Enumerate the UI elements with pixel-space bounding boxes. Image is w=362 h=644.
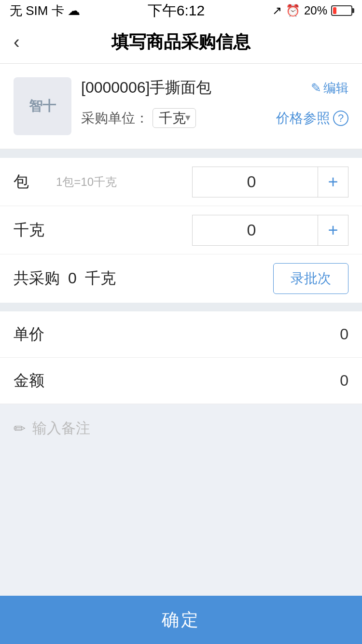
unit-select[interactable]: 千克 bbox=[153, 108, 196, 128]
status-time: 下午6:12 bbox=[148, 1, 205, 21]
confirm-label: 确定 bbox=[162, 608, 200, 632]
section-divider-2 bbox=[0, 303, 362, 311]
bao-label: 包 bbox=[14, 171, 52, 193]
bao-sublabel: 1包=10千克 bbox=[56, 174, 192, 190]
status-left: 无 SIM 卡 ☁ bbox=[10, 2, 80, 19]
sim-status: 无 SIM 卡 ☁ bbox=[10, 2, 80, 19]
status-bar: 无 SIM 卡 ☁ 下午6:12 ↗ ⏰ 20% bbox=[0, 0, 362, 21]
edit-button[interactable]: ✎ 编辑 bbox=[311, 80, 348, 97]
status-right: ↗ ⏰ 20% bbox=[272, 4, 352, 17]
kg-quantity-input[interactable] bbox=[192, 215, 318, 246]
summary-text: 共采购 0 千克 bbox=[14, 268, 116, 289]
product-image: 智十 bbox=[14, 77, 71, 135]
product-info: [0000006]手撕面包 ✎ 编辑 采购单位： 千克 价格参照 bbox=[81, 77, 348, 128]
amount-label: 金额 bbox=[14, 370, 44, 392]
kg-input-right: + bbox=[192, 215, 348, 246]
unit-row: 采购单位： 千克 价格参照 ? bbox=[81, 108, 348, 128]
edit-icon: ✎ bbox=[311, 81, 321, 96]
price-ref-label: 价格参照 bbox=[276, 109, 330, 127]
bao-input-row: 包 1包=10千克 + bbox=[0, 158, 362, 206]
back-button[interactable]: ‹ bbox=[14, 32, 20, 53]
bao-quantity-input[interactable] bbox=[192, 167, 318, 197]
amount-value: 0 bbox=[340, 372, 348, 390]
remark-row: ✏ 输入备注 bbox=[14, 419, 348, 438]
bao-input-right: + bbox=[192, 167, 348, 197]
unit-price-value: 0 bbox=[340, 325, 348, 343]
kg-label: 千克 bbox=[14, 220, 52, 241]
unit-price-row: 单价 0 bbox=[0, 311, 362, 358]
battery-percent: 20% bbox=[304, 4, 327, 17]
nav-bar: ‹ 填写商品采购信息 bbox=[0, 21, 362, 64]
pencil-icon: ✏ bbox=[14, 420, 26, 437]
edit-label: 编辑 bbox=[323, 80, 348, 97]
price-ref-button[interactable]: 价格参照 ? bbox=[276, 109, 348, 127]
unit-price-label: 单价 bbox=[14, 324, 44, 345]
confirm-button[interactable]: 确定 bbox=[0, 596, 362, 644]
kg-input-row: 千克 + bbox=[0, 206, 362, 254]
unit-select-wrapper[interactable]: 千克 bbox=[153, 108, 196, 128]
product-name: [0000006]手撕面包 bbox=[81, 77, 211, 98]
amount-row: 金额 0 bbox=[0, 358, 362, 404]
unit-label: 采购单位： bbox=[81, 109, 149, 127]
section-divider-1 bbox=[0, 149, 362, 158]
input-section: 包 1包=10千克 + 千克 + 共采购 0 千克 录批次 bbox=[0, 158, 362, 303]
product-name-row: [0000006]手撕面包 ✎ 编辑 bbox=[81, 77, 348, 98]
product-card: 智十 [0000006]手撕面包 ✎ 编辑 采购单位： 千克 bbox=[0, 64, 362, 149]
help-icon: ? bbox=[333, 111, 348, 126]
remark-placeholder: 输入备注 bbox=[32, 419, 90, 438]
battery-icon bbox=[331, 5, 352, 16]
bao-plus-button[interactable]: + bbox=[318, 167, 348, 197]
product-logo: 智十 bbox=[29, 97, 56, 115]
summary-row: 共采购 0 千克 录批次 bbox=[0, 254, 362, 303]
location-icon: ↗ bbox=[272, 4, 282, 17]
kg-plus-button[interactable]: + bbox=[318, 215, 348, 246]
alarm-icon: ⏰ bbox=[286, 4, 300, 17]
remark-section[interactable]: ✏ 输入备注 bbox=[0, 404, 362, 501]
price-section: 单价 0 金额 0 bbox=[0, 311, 362, 404]
batch-button[interactable]: 录批次 bbox=[273, 263, 348, 294]
page-title: 填写商品采购信息 bbox=[111, 30, 251, 54]
